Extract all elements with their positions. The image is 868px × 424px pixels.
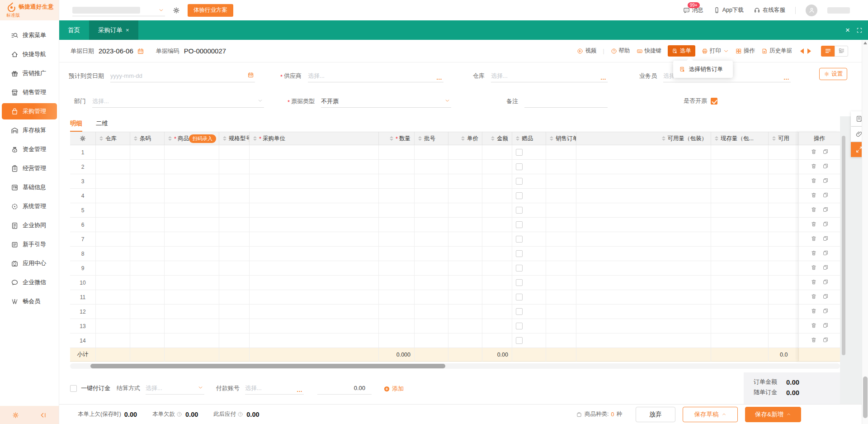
col-header-3[interactable]: *商品扫码录入 [165,132,219,145]
card-view-toggle[interactable] [835,46,848,57]
cell[interactable] [711,247,769,261]
cell[interactable] [96,276,130,290]
cell[interactable] [448,232,482,247]
copy-row-button[interactable] [822,206,829,214]
cell[interactable] [379,276,415,290]
cell[interactable] [482,290,512,305]
sidebar-item-bag[interactable]: 采购管理 [2,103,57,119]
cell[interactable] [250,319,379,333]
gift-checkbox[interactable] [516,221,523,228]
tab-close-icon[interactable]: × [126,27,129,33]
cell[interactable] [546,160,576,174]
copy-row-button[interactable] [822,322,829,330]
cell[interactable] [482,319,512,333]
quick-deposit-checkbox[interactable] [70,385,77,392]
gift-checkbox[interactable] [516,207,523,214]
cell[interactable] [448,203,482,218]
cell[interactable] [576,203,711,218]
cell[interactable] [448,319,482,333]
cell[interactable] [379,160,415,174]
delete-row-button[interactable] [811,279,817,286]
cell[interactable] [219,218,250,232]
copy-row-button[interactable] [822,337,829,344]
delete-row-button[interactable] [811,177,817,185]
copy-row-button[interactable] [822,279,829,286]
cell[interactable] [415,333,448,348]
gift-checkbox[interactable] [516,279,523,286]
cell[interactable] [379,218,415,232]
hscroll-thumb[interactable] [90,364,445,368]
cell[interactable] [96,203,130,218]
qmark-icon[interactable] [176,411,182,417]
cell[interactable]: 10 [70,276,96,290]
cell[interactable] [769,160,798,174]
cell[interactable] [379,189,415,203]
cell[interactable] [219,333,250,348]
cell[interactable] [415,276,448,290]
cell[interactable] [219,290,250,305]
account-select[interactable] [72,5,165,16]
copy-row-button[interactable] [822,177,829,185]
cell[interactable] [576,276,711,290]
sidebar-item-guide[interactable]: 新手引导 [0,235,59,254]
delete-row-button[interactable] [811,163,817,171]
sidebar-item-apps[interactable]: 应用中心 [0,254,59,273]
picker-ellipsis-icon[interactable]: … [600,76,607,80]
cell[interactable] [769,218,798,232]
cell[interactable] [769,290,798,305]
cell[interactable] [576,261,711,276]
cell[interactable] [482,145,512,160]
col-header-12[interactable]: 可用量（包装） [576,132,711,145]
delete-row-button[interactable] [811,206,817,214]
cell[interactable] [769,232,798,247]
cell[interactable] [379,305,415,319]
cell[interactable] [415,174,448,189]
cell[interactable]: 13 [70,319,96,333]
cell[interactable] [96,145,130,160]
window-scrollbar[interactable] [862,40,868,424]
cell[interactable]: 5 [70,203,96,218]
gift-checkbox[interactable] [516,308,523,315]
settle-method-select[interactable]: 选择... [146,382,204,395]
toolbar-video-button[interactable]: 视频 [577,47,596,55]
cell[interactable] [130,247,165,261]
cell[interactable] [165,333,219,348]
cell[interactable] [448,261,482,276]
cell[interactable] [130,218,165,232]
cell[interactable] [96,319,130,333]
cell[interactable] [250,203,379,218]
scan-input-button[interactable]: 扫码录入 [189,134,216,143]
next-doc-icon[interactable] [807,48,811,54]
copy-row-button[interactable] [822,221,829,229]
sidebar-item-money[interactable]: 资金管理 [0,140,59,159]
cell[interactable] [482,189,512,203]
cell[interactable] [448,290,482,305]
cell[interactable] [250,276,379,290]
prev-doc-icon[interactable] [800,48,804,54]
cell[interactable] [546,218,576,232]
cell[interactable]: 1 [70,145,96,160]
collapse-sidebar-icon[interactable] [39,411,47,419]
cell[interactable] [379,319,415,333]
cell[interactable] [379,261,415,276]
cell[interactable] [482,261,512,276]
cell[interactable] [130,145,165,160]
cell[interactable] [415,189,448,203]
cell[interactable] [769,203,798,218]
cell[interactable] [512,145,546,160]
cell[interactable] [165,174,219,189]
calendar-icon[interactable] [137,48,144,55]
cell[interactable]: 7 [70,232,96,247]
copy-row-button[interactable] [822,264,829,272]
add-payment-button[interactable]: 添加 [383,385,404,395]
col-header-5[interactable]: *采购单位 [250,132,379,145]
col-header-1[interactable]: 仓库 [96,132,130,145]
cell[interactable] [711,232,769,247]
col-header-14[interactable]: 可用 [769,132,798,145]
cell[interactable] [379,145,415,160]
copy-row-button[interactable] [822,148,829,156]
cell[interactable] [769,333,798,348]
cell[interactable]: 14 [70,333,96,348]
close-all-icon[interactable]: × [845,26,850,34]
cell[interactable] [576,232,711,247]
